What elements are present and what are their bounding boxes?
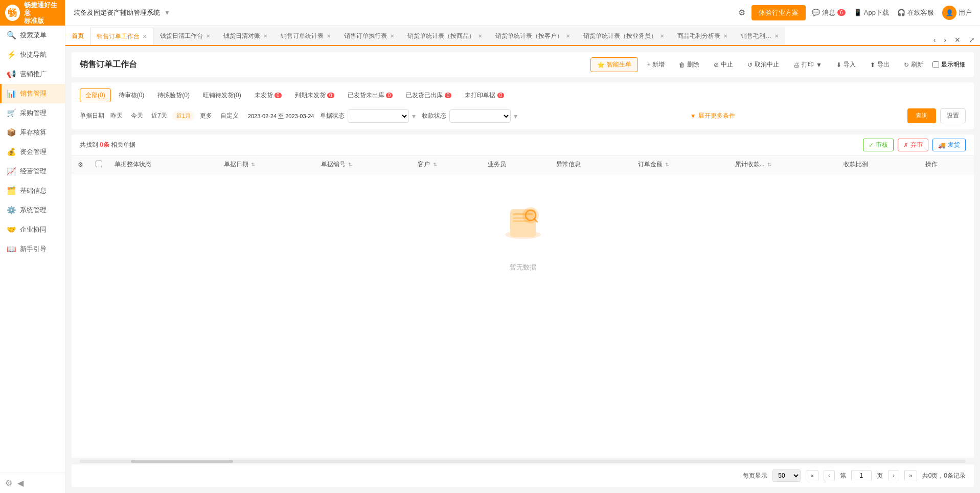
tab-product-margin-close[interactable]: ✕	[723, 33, 727, 39]
filter-tab-all[interactable]: 全部(0)	[80, 88, 111, 102]
page-number-input[interactable]	[851, 470, 872, 481]
cancel-suspend-button[interactable]: ↺ 取消中止	[742, 58, 784, 72]
tab-sales-gross-close[interactable]: ✕	[774, 33, 779, 39]
th-date[interactable]: 单据日期 ⇅	[218, 156, 315, 173]
sidebar-bottom: ⚙ ◀	[0, 473, 65, 493]
last-page-button[interactable]: »	[904, 470, 917, 481]
filter-tab-pending-review[interactable]: 待审核(0)	[113, 88, 150, 102]
collapse-icon[interactable]: ◀	[17, 478, 24, 488]
sidebar-item-finance[interactable]: 💰 资金管理	[0, 142, 65, 162]
sidebar-item-system[interactable]: ⚙️ 系统管理	[0, 200, 65, 220]
filter-tab-not-printed[interactable]: 未打印单据 0	[459, 88, 510, 102]
sidebar-item-purchase[interactable]: 🛒 采购管理	[0, 103, 65, 123]
filter-tab-not-shipped[interactable]: 未发货 0	[249, 88, 287, 102]
th-customer[interactable]: 客户 ⇅	[412, 156, 482, 173]
expand-more-conditions[interactable]: ▼ 展开更多条件	[690, 111, 735, 120]
refresh-button[interactable]: ↻ 刷新	[899, 58, 928, 72]
tab-sales-by-customer[interactable]: 销货单统计表（按客户） ✕	[489, 27, 577, 45]
tab-cash-daily[interactable]: 钱货日清工作台 ✕	[153, 27, 217, 45]
horizontal-scrollbar[interactable]	[72, 458, 974, 464]
date-more[interactable]: 更多	[197, 110, 215, 121]
scrollbar-thumb[interactable]	[131, 460, 233, 463]
tab-sales-by-product[interactable]: 销货单统计表（按商品） ✕	[401, 27, 489, 45]
not-shipped-badge: 0	[275, 93, 282, 98]
smart-order-button[interactable]: ⭐ 智能生单	[590, 57, 638, 72]
tab-sales-stats[interactable]: 销售订单统计表 ✕	[274, 27, 337, 45]
tab-sales-gross[interactable]: 销售毛利… ✕	[734, 27, 785, 45]
prev-page-button[interactable]: ‹	[824, 470, 835, 481]
sidebar-item-operations[interactable]: 📈 经营管理	[0, 162, 65, 181]
settings-button[interactable]: 设置	[940, 108, 966, 123]
filter-tab-expired[interactable]: 到期未发货 0	[289, 88, 340, 102]
tab-sales-order-close[interactable]: ✕	[143, 34, 147, 39]
th-settings[interactable]: ⚙	[72, 156, 89, 173]
tabbar-next-button[interactable]: ›	[941, 35, 949, 45]
sidebar-item-guide[interactable]: 📖 新手引导	[0, 239, 65, 259]
tab-sales-by-product-close[interactable]: ✕	[478, 33, 482, 39]
th-number[interactable]: 单据编号 ⇅	[315, 156, 412, 173]
th-amount[interactable]: 订单金额 ⇅	[632, 156, 729, 173]
tab-sales-exec[interactable]: 销售订单执行表 ✕	[337, 27, 401, 45]
tab-product-margin[interactable]: 商品毛利分析表 ✕	[671, 27, 734, 45]
message-action[interactable]: 💬 消息 6	[812, 8, 846, 17]
th-collected[interactable]: 累计收款... ⇅	[729, 156, 837, 173]
print-button[interactable]: 🖨 打印 ▼	[788, 58, 827, 72]
settings-bottom-icon[interactable]: ⚙	[5, 478, 12, 488]
tab-sales-by-customer-close[interactable]: ✕	[566, 33, 570, 39]
user-menu[interactable]: 👤 用户	[942, 6, 972, 20]
date-7days[interactable]: 近7天	[148, 110, 170, 121]
th-checkbox[interactable]	[89, 156, 108, 173]
topbar-gear-icon[interactable]: ⚙	[738, 8, 745, 17]
sidebar-item-quick-nav[interactable]: ⚡ 快捷导航	[0, 45, 65, 64]
select-all-checkbox[interactable]	[96, 161, 102, 167]
import-button[interactable]: ⬇ 导入	[831, 58, 861, 72]
sidebar-item-search[interactable]: 🔍 搜索菜单	[0, 26, 65, 45]
collection-filter-select[interactable]	[449, 109, 511, 123]
tab-sales-by-staff[interactable]: 销货单统计表（按业务员） ✕	[577, 27, 671, 45]
next-page-button[interactable]: ›	[888, 470, 899, 481]
filter-tab-shipped-not-out[interactable]: 已发货未出库 0	[342, 88, 399, 102]
tab-cash-reconcile-close[interactable]: ✕	[263, 33, 267, 39]
status-filter-select[interactable]	[348, 109, 409, 123]
tab-cash-daily-close[interactable]: ✕	[206, 33, 210, 39]
tabbar-close-all-button[interactable]: ✕	[951, 35, 964, 45]
tab-sales-by-staff-close[interactable]: ✕	[660, 33, 664, 39]
sidebar-item-inventory[interactable]: 📦 库存核算	[0, 123, 65, 142]
tabbar-expand-button[interactable]: ⤢	[966, 35, 978, 45]
sidebar-item-label: 新手引导	[20, 244, 47, 254]
sidebar-item-sales[interactable]: 📊 销售管理	[0, 84, 65, 103]
tab-sales-stats-close[interactable]: ✕	[327, 33, 331, 39]
delete-button[interactable]: 🗑 删除	[674, 58, 704, 72]
tab-sales-order[interactable]: 销售订单工作台 ✕	[90, 28, 153, 46]
date-yesterday[interactable]: 昨天	[107, 110, 126, 121]
first-page-button[interactable]: «	[806, 470, 818, 481]
tabbar-prev-button[interactable]: ‹	[930, 35, 939, 45]
add-button[interactable]: + 新增	[642, 58, 670, 72]
date-custom[interactable]: 自定义	[217, 110, 242, 121]
cancel-review-button[interactable]: ✗ 弃审	[898, 139, 928, 151]
tab-sales-exec-close[interactable]: ✕	[390, 33, 394, 39]
date-1month[interactable]: 近1月	[172, 111, 195, 121]
date-today[interactable]: 今天	[128, 110, 146, 121]
tab-cash-reconcile[interactable]: 钱货日清对账 ✕	[217, 27, 274, 45]
page-size-select[interactable]: 50 10 20 100	[772, 469, 801, 482]
topbar-dropdown-arrow[interactable]: ▼	[164, 9, 170, 16]
online-service-action[interactable]: 🎧 在线客服	[897, 8, 934, 17]
show-detail-checkbox-label[interactable]: 显示明细	[932, 60, 966, 69]
review-button[interactable]: ✓ 审核	[863, 139, 894, 151]
filter-tab-wangpu[interactable]: 旺铺待发货(0)	[197, 88, 247, 102]
sidebar-item-enterprise[interactable]: 🤝 企业协同	[0, 220, 65, 239]
sidebar-item-basic-info[interactable]: 🗂️ 基础信息	[0, 181, 65, 200]
app-download-action[interactable]: 📱 App下载	[854, 8, 889, 17]
industry-solution-button[interactable]: 体验行业方案	[751, 5, 806, 20]
show-detail-checkbox[interactable]	[932, 61, 939, 68]
filter-tab-shipped-out[interactable]: 已发货已出库 0	[400, 88, 457, 102]
th-salesperson[interactable]: 业务员	[482, 156, 550, 173]
query-button[interactable]: 查询	[907, 108, 936, 123]
ship-button[interactable]: 🚚 发货	[932, 139, 966, 151]
export-button[interactable]: ⬆ 导出	[865, 58, 895, 72]
suspend-button[interactable]: ⊘ 中止	[709, 58, 738, 72]
sidebar-item-marketing[interactable]: 📢 营销推广	[0, 64, 65, 84]
tab-home[interactable]: 首页	[65, 27, 90, 45]
filter-tab-pending-verify[interactable]: 待拣验货(0)	[152, 88, 195, 102]
